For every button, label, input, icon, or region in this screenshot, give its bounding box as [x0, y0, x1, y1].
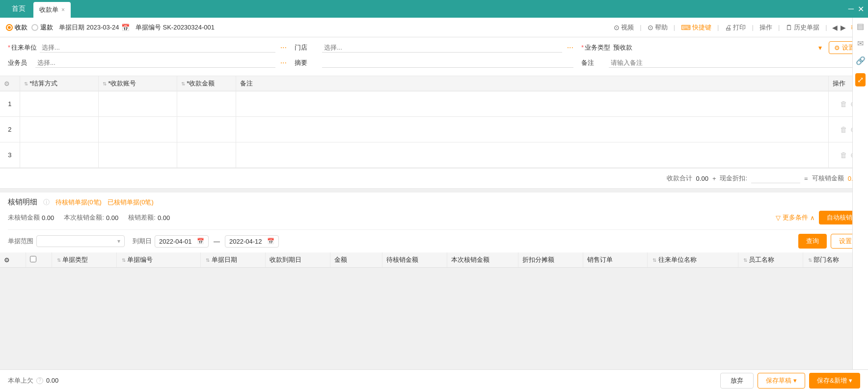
date-divider: — — [214, 238, 220, 245]
operation-btn[interactable]: 操作 — [758, 22, 774, 33]
video-btn[interactable]: ⊙ 视频 — [612, 22, 636, 33]
store-input[interactable] — [322, 43, 562, 53]
hexiao-tab1[interactable]: 待核销单据(0笔) — [55, 198, 102, 207]
number-value: SK-20230324-001 — [163, 24, 215, 31]
window-minimize-icon[interactable]: ─ — [848, 4, 854, 13]
remark-input[interactable] — [609, 58, 860, 68]
discount-label: 现金折扣: — [720, 174, 747, 183]
diff-val: 0.00 — [158, 214, 170, 222]
hexiao-stats: 未核销金额 0.00 本次核销金额: 0.00 核销差额: 0.00 ▽ 更多条… — [8, 211, 860, 224]
col-pending-label: 待核销金额 — [386, 256, 418, 263]
history-btn[interactable]: 🗒 历史单据 — [784, 22, 821, 33]
print-label: 打印 — [733, 23, 746, 32]
tab-active[interactable]: 收款单 × — [33, 2, 71, 18]
detail-col-partner: ⇅ 往来单位名称 — [648, 252, 738, 268]
detail-gear-icon[interactable]: ⚙ — [4, 256, 10, 264]
table-row: 1 🗑 ⊕ — [0, 91, 868, 117]
prev-arrow[interactable]: ◀ — [831, 23, 839, 32]
row3-delete-icon[interactable]: 🗑 — [840, 151, 847, 159]
row1-num: 1 — [0, 91, 20, 117]
partner-input[interactable] — [40, 43, 275, 53]
detail-col-number: ⇅ 单据编号 — [116, 252, 200, 268]
abandon-btn[interactable]: 放弃 — [720, 373, 754, 389]
tab-home[interactable]: 首页 — [4, 0, 33, 18]
sort-dept-icon: ⇅ — [808, 257, 812, 263]
print-btn[interactable]: 🖨 打印 — [723, 22, 748, 33]
summary-label: 摘要 — [295, 58, 319, 67]
row2-amount[interactable] — [177, 117, 236, 142]
unwritten-val: 0.00 — [42, 214, 54, 222]
detail-col-amount: 金额 — [330, 252, 382, 268]
date-field: 单据日期 2023-03-24 📅 — [59, 23, 130, 32]
save-new-dropdown-icon[interactable]: ▾ — [849, 377, 852, 384]
remark-label: 备注 — [581, 58, 606, 67]
staff-input[interactable] — [35, 58, 275, 68]
receipt-radio[interactable]: 收款 — [6, 23, 27, 32]
hexiao-section: 核销明细 ⓘ 待核销单据(0笔) 已核销单据(0笔) 未核销金额 0.00 本次… — [0, 193, 868, 252]
refund-radio-dot — [31, 24, 38, 31]
window-close-icon[interactable]: ✕ — [858, 4, 864, 14]
save-new-btn[interactable]: 保存&新增 ▾ — [809, 373, 860, 389]
staff-more-icon[interactable]: ··· — [280, 58, 287, 67]
save-draft-btn[interactable]: 保存草稿 ▾ — [758, 373, 805, 389]
sort-partner-icon: ⇅ — [652, 257, 656, 263]
range-dropdown-icon: ▾ — [117, 238, 120, 245]
row2-account[interactable] — [98, 117, 177, 142]
calendar-icon[interactable]: 📅 — [121, 24, 130, 31]
store-field: 门店 ··· — [295, 43, 573, 53]
sidebar-table-icon[interactable]: ▤ — [857, 22, 864, 31]
summary-input[interactable] — [322, 58, 573, 68]
biz-type-dropdown-icon[interactable]: ▾ — [818, 44, 822, 52]
row3-note[interactable] — [236, 142, 829, 168]
row3-account[interactable] — [98, 142, 177, 168]
row1-amount[interactable] — [177, 91, 236, 117]
number-field: 单据编号 SK-20230324-001 — [136, 23, 215, 32]
row1-delete-icon[interactable]: 🗑 — [840, 100, 847, 108]
form-section: 往来单位 ··· 门店 ··· 业务类型 预收款 ▾ ⚙ 设置 业务员 ··· — [0, 37, 868, 76]
row3-num: 3 — [0, 142, 20, 168]
row2-num: 2 — [0, 117, 20, 142]
due-date-end[interactable]: 2022-04-12 📅 — [225, 235, 279, 248]
col-due-label: 收款到期日 — [270, 256, 301, 263]
shortcut-btn[interactable]: ⌨ 快捷键 — [679, 22, 713, 33]
row1-account[interactable] — [98, 91, 177, 117]
table-gear-icon[interactable]: ⚙ — [4, 80, 10, 87]
tab-close-icon[interactable]: × — [61, 6, 65, 13]
help-btn[interactable]: ⊙ 帮助 — [646, 22, 670, 33]
sort-staff-icon: ⇅ — [743, 257, 747, 263]
col-dept-label: 部门名称 — [814, 256, 839, 263]
discount-input[interactable] — [751, 173, 800, 183]
sidebar-email-icon[interactable]: ✉ — [857, 39, 864, 48]
footer-info-icon: ? — [36, 377, 43, 384]
row3-settle[interactable] — [20, 142, 98, 168]
refund-label: 退款 — [40, 23, 53, 32]
remark-field: 备注 — [581, 58, 860, 68]
col-settle-label: *结算方式 — [29, 80, 57, 87]
next-arrow[interactable]: ▶ — [840, 23, 847, 32]
query-btn[interactable]: 查询 — [798, 234, 827, 249]
hexiao-info-icon[interactable]: ⓘ — [43, 198, 50, 207]
range-select[interactable]: ▾ — [36, 235, 125, 247]
hexiao-tab2[interactable]: 已核销单据(0笔) — [108, 198, 154, 207]
due-label: 到期日 — [133, 237, 152, 246]
row2-settle[interactable] — [20, 117, 98, 142]
save-draft-dropdown-icon[interactable]: ▾ — [793, 377, 797, 384]
more-conditions-btn[interactable]: ▽ 更多条件 ∧ — [776, 213, 815, 222]
row1-note[interactable] — [236, 91, 829, 117]
row1-settle[interactable] — [20, 91, 98, 117]
row2-note[interactable] — [236, 117, 829, 142]
sidebar-clip-icon[interactable]: 🔗 — [856, 56, 866, 65]
range-field: 单据范围 ▾ — [8, 235, 125, 247]
store-more-icon[interactable]: ··· — [567, 43, 573, 52]
partner-more-icon[interactable]: ··· — [280, 43, 287, 52]
due-date-start[interactable]: 2022-04-01 📅 — [155, 235, 209, 248]
calendar-start-icon: 📅 — [197, 238, 204, 245]
select-all-checkbox[interactable] — [30, 256, 36, 262]
save-new-label: 保存&新增 — [817, 376, 847, 385]
row2-delete-icon[interactable]: 🗑 — [840, 125, 847, 134]
col-amount-label: *收款金额 — [187, 80, 215, 87]
refund-radio[interactable]: 退款 — [31, 23, 53, 32]
row3-amount[interactable] — [177, 142, 236, 168]
sidebar-expand-icon[interactable]: ⤢ — [855, 73, 866, 86]
col-partner-label: 往来单位名称 — [658, 256, 697, 263]
